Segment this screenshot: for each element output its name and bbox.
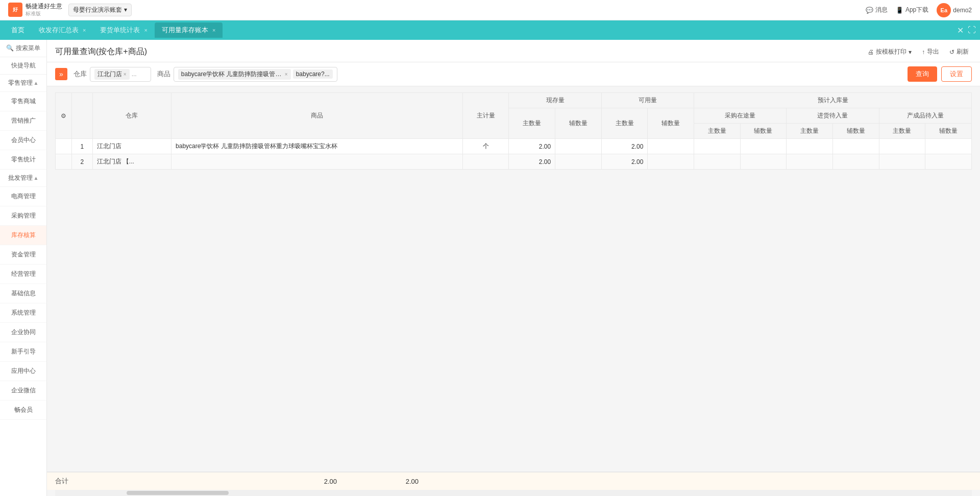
tab-receive-summary[interactable]: 收发存汇总表 ×	[32, 22, 93, 38]
chevron-print-icon: ▾	[909, 49, 912, 56]
expand-button[interactable]: ⛶	[968, 26, 976, 35]
sidebar-item-member[interactable]: 畅会员	[0, 400, 46, 420]
query-button[interactable]: 查询	[908, 66, 937, 82]
warehouse-tag-container[interactable]: 江北门店 × ...	[90, 67, 151, 82]
quick-nav-label: 快捷导航	[11, 62, 36, 69]
group-incoming-main	[787, 154, 833, 170]
product-tag-2-text: babycare?...	[296, 70, 330, 78]
warehouse-tag-close[interactable]: ×	[124, 72, 127, 77]
tab-home[interactable]: 首页	[4, 22, 32, 38]
top-bar-right: 💬 消息 📱 App下载 Ea demo2	[866, 3, 972, 17]
refresh-button[interactable]: ↺ 刷新	[946, 46, 972, 58]
logo-area: 好 畅捷通好生意 标准版	[8, 3, 62, 17]
sidebar-item-tutorial[interactable]: 新手引导	[0, 342, 46, 362]
close-all-tabs-button[interactable]: ✕	[957, 26, 964, 35]
col-production-main-header: 主数量	[879, 124, 925, 139]
chevron-icon-retail: ▲	[34, 80, 39, 86]
sidebar-item-ecommerce[interactable]: 电商管理	[0, 187, 46, 206]
sidebar-item-label-wholesale: 批发管理	[8, 174, 33, 182]
sidebar-item-purchase[interactable]: 采购管理	[0, 206, 46, 226]
row1-purchase-main	[694, 139, 741, 154]
warehouse-more[interactable]: ...	[132, 70, 137, 78]
col-current-main-qty-header: 主数量	[509, 108, 555, 139]
col-incoming-aux-header: 辅数量	[832, 124, 879, 139]
tab-order-close[interactable]: ×	[144, 27, 147, 33]
logo-text-block: 畅捷通好生意 标准版	[26, 3, 62, 17]
sidebar-item-membership[interactable]: 会员中心	[0, 131, 46, 150]
row1-gear	[56, 139, 72, 154]
print-button[interactable]: 🖨 按模板打印 ▾	[865, 46, 915, 58]
messages-label: 消息	[875, 6, 888, 14]
sidebar-item-inventory[interactable]: 库存核算	[0, 226, 46, 245]
sidebar-item-wholesale[interactable]: 批发管理 ▲	[0, 170, 46, 187]
sidebar-search[interactable]: 🔍 搜索菜单	[0, 40, 46, 57]
data-table: ⚙ 仓库 商品 主计量 现存量 可用量 预计入库量 主数量 辅数量	[55, 92, 972, 170]
tab-available-close[interactable]: ×	[212, 27, 215, 33]
sidebar-item-retail-mgmt[interactable]: 零售管理 ▲	[0, 75, 46, 92]
warehouse-label: 仓库	[74, 69, 87, 79]
col-purchase-header: 采购在途量	[694, 108, 787, 124]
messages-button[interactable]: 💬 消息	[866, 6, 888, 14]
group-current-main: 2.00	[509, 154, 555, 170]
message-icon: 💬	[866, 7, 873, 14]
sidebar-item-marketing[interactable]: 营销推广	[0, 111, 46, 131]
sidebar-item-label-collaboration: 企业协同	[11, 328, 36, 337]
sidebar-item-label-purchase: 采购管理	[11, 211, 36, 220]
settings-button[interactable]: 设置	[941, 66, 972, 82]
row1-purchase-aux	[740, 139, 787, 154]
col-main-unit-header: 主计量	[462, 93, 509, 139]
sidebar-quick-nav[interactable]: 快捷导航	[0, 57, 46, 75]
scroll-thumb[interactable]	[127, 491, 229, 495]
col-available-header: 可用量	[601, 93, 694, 108]
sidebar-item-label-system: 系统管理	[11, 309, 36, 317]
content-area: 可用量查询(按仓库+商品) 🖨 按模板打印 ▾ ↑ 导出 ↺ 刷新	[47, 40, 980, 496]
user-name: demo2	[953, 7, 972, 14]
user-area[interactable]: Ea demo2	[937, 3, 972, 17]
product-tag-1-close[interactable]: ×	[285, 72, 288, 77]
export-button[interactable]: ↑ 导出	[919, 46, 942, 58]
tab-order-label: 要货单统计表	[100, 26, 140, 35]
sidebar-item-wechat[interactable]: 企业微信	[0, 381, 46, 400]
top-bar-left: 好 畅捷通好生意 标准版 母婴行业演示账套 ▾	[8, 3, 132, 17]
sidebar-item-retail-stats[interactable]: 零售统计	[0, 150, 46, 170]
warehouse-tag-text: 江北门店	[97, 70, 122, 79]
col-available-main-qty-header: 主数量	[601, 108, 648, 139]
col-current-stock-header: 现存量	[509, 93, 601, 108]
org-name: 母婴行业演示账套	[73, 6, 122, 14]
sidebar-item-retail-mall[interactable]: 零售商城	[0, 92, 46, 111]
org-selector[interactable]: 母婴行业演示账套 ▾	[68, 4, 132, 16]
sidebar-item-finance[interactable]: 资金管理	[0, 245, 46, 265]
group-row: 2 江北门店 【... 2.00 2.00	[56, 154, 972, 170]
footer-label: 合计	[55, 477, 68, 486]
sidebar-item-base-info[interactable]: 基础信息	[0, 284, 46, 303]
refresh-label: 刷新	[957, 48, 969, 56]
col-incoming-header: 预计入库量	[694, 93, 972, 108]
col-production-header: 产成品待入量	[879, 108, 971, 124]
search-label: 搜索菜单	[16, 44, 40, 52]
filter-toggle-button[interactable]: »	[55, 68, 67, 80]
export-icon: ↑	[922, 49, 925, 56]
top-bar: 好 畅捷通好生意 标准版 母婴行业演示账套 ▾ 💬 消息 📱 App下载 Ea …	[0, 0, 980, 20]
tab-available-stock[interactable]: 可用量库存账本 ×	[155, 22, 223, 38]
gear-icon[interactable]: ⚙	[61, 112, 66, 120]
sidebar-item-collaboration[interactable]: 企业协同	[0, 323, 46, 342]
app-download-button[interactable]: 📱 App下载	[896, 6, 928, 14]
product-tag-container[interactable]: babycare学饮杯 儿童防摔防撞吸管杯重力球吸嘴杯宝宝水杯 × babyca…	[174, 67, 337, 82]
col-gear-header: ⚙	[56, 93, 72, 139]
row1-current-main-qty: 2.00	[509, 139, 555, 154]
footer-available-main: 2.00	[382, 478, 423, 485]
tab-receive-close[interactable]: ×	[83, 27, 86, 33]
sidebar-item-app-center[interactable]: 应用中心	[0, 362, 46, 381]
row1-index: 1	[72, 139, 93, 154]
sidebar-item-label-tutorial: 新手引导	[11, 347, 36, 356]
col-purchase-aux-header: 辅数量	[740, 124, 787, 139]
filter-actions: 查询 设置	[908, 66, 972, 82]
sidebar-item-label-retail-mgmt: 零售管理	[8, 79, 33, 87]
sidebar-item-label-operations: 经营管理	[11, 270, 36, 278]
footer-values: 2.00 2.00	[77, 478, 972, 485]
sidebar-item-system[interactable]: 系统管理	[0, 303, 46, 323]
tab-order-stats[interactable]: 要货单统计表 ×	[93, 22, 154, 38]
product-tag-1-text: babycare学饮杯 儿童防摔防撞吸管杯重力球吸嘴杯宝宝水杯	[181, 70, 283, 79]
group-gear	[56, 154, 72, 170]
sidebar-item-operations[interactable]: 经营管理	[0, 265, 46, 284]
